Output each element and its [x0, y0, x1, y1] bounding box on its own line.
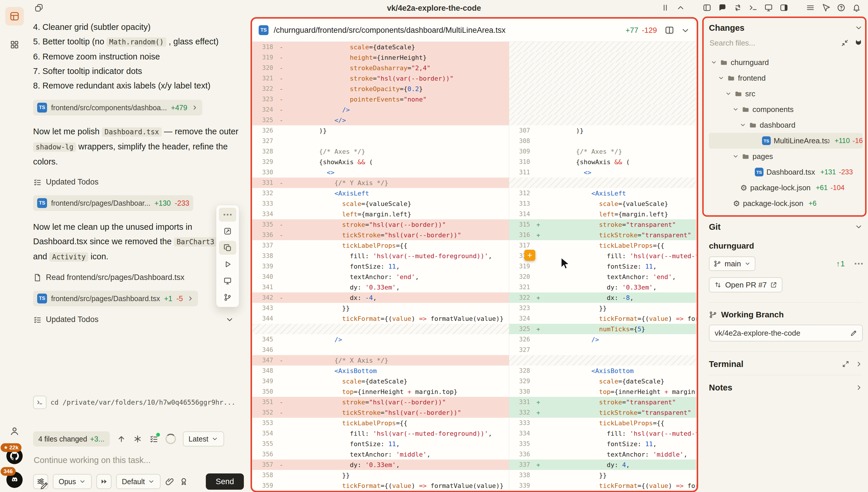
file-change-chip[interactable]: TS frontend/src/pages/Dashboar... +130 -…	[33, 195, 193, 211]
file-tree-row[interactable]: src	[709, 86, 863, 101]
file-tree-row[interactable]: ⚙package-lock.json+61-104	[709, 180, 863, 196]
cat-toggle-button[interactable]	[854, 39, 863, 47]
terminal-section-header[interactable]: Terminal	[709, 356, 863, 372]
git-branch-icon	[709, 311, 717, 319]
run-button[interactable]	[219, 257, 236, 271]
github-button[interactable]: 22k	[6, 448, 23, 464]
compare-button[interactable]	[219, 290, 236, 304]
panel-left-button[interactable]	[703, 3, 711, 12]
chevron-down-icon[interactable]	[711, 59, 717, 66]
pause-button[interactable]	[661, 3, 670, 12]
send-button[interactable]: Send	[206, 473, 244, 490]
terminal-button[interactable]	[749, 3, 758, 12]
collapse-diff-button[interactable]	[681, 26, 690, 35]
open-notes-button[interactable]	[855, 384, 863, 391]
branch-selector[interactable]: main	[709, 256, 755, 271]
file-change-chip[interactable]: TS frontend/src/components/dashboa... +4…	[33, 100, 202, 116]
grid-view-button[interactable]	[5, 35, 24, 54]
diff-stats: +131-233	[820, 168, 853, 176]
working-branch-input[interactable]	[714, 328, 850, 338]
search-input[interactable]	[709, 38, 836, 48]
chat-bubble-button[interactable]	[718, 3, 727, 12]
panel-right-button[interactable]	[779, 3, 789, 12]
file-tree-row[interactable]: dashboard	[709, 117, 863, 133]
workspace-button[interactable]	[5, 7, 24, 26]
model-dropdown[interactable]: Opus	[53, 474, 92, 489]
draft-edit-button[interactable]	[38, 481, 51, 491]
notifications-button[interactable]	[852, 3, 861, 12]
split-view-button[interactable]	[664, 25, 674, 35]
files-changed-button[interactable]: 4 files changed +3...	[33, 432, 110, 446]
diff-row: 358 }}338 }}	[252, 470, 697, 481]
diff-row: 325+ numTicks={5}	[252, 324, 697, 334]
collapse-all-button[interactable]	[841, 39, 849, 47]
diff-row: 323- pointerEvents="none"	[252, 94, 697, 104]
scroll-top-button[interactable]	[117, 434, 126, 444]
diff-empty-cell	[252, 324, 509, 334]
fast-forward-button[interactable]	[96, 474, 112, 489]
account-button[interactable]	[5, 422, 24, 440]
more-button[interactable]	[219, 208, 236, 222]
pointer-button[interactable]	[821, 3, 830, 12]
open-pr-button[interactable]: Open PR #7	[709, 277, 782, 292]
collapse-git-button[interactable]	[855, 223, 863, 231]
chevron-down-icon[interactable]	[225, 315, 234, 324]
sparkle-button[interactable]	[133, 434, 142, 444]
read-file-row[interactable]: Read frontend/src/pages/Dashboard.tsx	[33, 273, 244, 282]
chevron-down-icon[interactable]	[725, 91, 731, 97]
terminal-command-row[interactable]: cd /private/var/folders/10/h7w0q46556ggr…	[33, 396, 242, 409]
diff-viewer: TS /churnguard/frontend/src/components/d…	[252, 19, 697, 491]
folder-icon	[734, 90, 742, 98]
file-tree-row[interactable]: TSDashboard.tsx+131-233	[709, 164, 863, 180]
prompt-input[interactable]	[33, 455, 245, 465]
collapse-button[interactable]	[676, 3, 685, 12]
diff-code-cell: 357- dy: '0.33em',	[252, 460, 509, 470]
chevron-down-icon[interactable]	[732, 106, 739, 113]
files-changed-label: 4 files changed	[38, 435, 87, 443]
menu-button[interactable]	[806, 3, 815, 12]
diff-empty-cell	[509, 177, 697, 188]
badge-button[interactable]	[179, 477, 188, 486]
file-tree-row[interactable]: ⚙package-lock.json+6	[709, 196, 863, 211]
diff-code-cell: 322- strokeOpacity={0.2}	[252, 83, 509, 94]
open-diff-button[interactable]	[219, 224, 236, 238]
edit-branch-button[interactable]	[850, 329, 858, 337]
inline-code: shadow-lg	[33, 143, 76, 152]
updated-todos-row[interactable]: Updated Todos	[33, 315, 244, 324]
tabs-button[interactable]	[34, 3, 44, 13]
chevron-down-icon[interactable]	[740, 122, 746, 128]
additions-count: +130	[155, 199, 171, 207]
add-comment-button[interactable]: +	[524, 250, 535, 261]
push-ahead-button[interactable]: ↑1	[835, 259, 846, 269]
help-button[interactable]	[837, 3, 846, 12]
updated-todos-row[interactable]: Updated Todos	[33, 177, 244, 187]
preview-button[interactable]	[219, 274, 236, 288]
diff-stats: +61-104	[816, 183, 844, 192]
discord-button[interactable]: 346	[6, 472, 23, 488]
display-button[interactable]	[764, 3, 773, 12]
expand-terminal-button[interactable]	[842, 360, 849, 368]
file-tree-row[interactable]: frontend	[709, 70, 863, 86]
attach-button[interactable]	[165, 477, 174, 486]
package-lock-icon: ⚙	[733, 200, 740, 207]
git-compare-button[interactable]	[733, 3, 742, 12]
copy-button[interactable]	[219, 241, 236, 255]
file-tree-row[interactable]: TSMultiLineArea.tsx+110-16	[709, 133, 863, 149]
file-tree-row[interactable]: churnguard	[709, 54, 863, 70]
latest-dropdown[interactable]: Latest	[183, 432, 224, 446]
file-tree-row[interactable]: pages	[709, 149, 863, 164]
additions-count: +1	[164, 294, 172, 303]
file-change-chip[interactable]: TS frontend/src/pages/Dashboard.tsx +1 -…	[33, 291, 198, 306]
tasks-button[interactable]	[149, 434, 159, 444]
open-terminal-button[interactable]	[855, 360, 863, 368]
notes-section-header[interactable]: Notes	[709, 380, 863, 395]
file-tree-row[interactable]: components	[709, 101, 863, 117]
notes-title: Notes	[709, 383, 849, 393]
profile-dropdown[interactable]: Default	[116, 474, 161, 489]
file-name: frontend/src/components/dashboa...	[51, 103, 167, 112]
chevron-down-icon[interactable]	[732, 153, 739, 159]
collapse-changes-button[interactable]	[855, 24, 863, 32]
diff-code-cell: 346	[252, 345, 509, 355]
chevron-down-icon[interactable]	[718, 75, 724, 81]
git-more-button[interactable]	[855, 263, 863, 265]
